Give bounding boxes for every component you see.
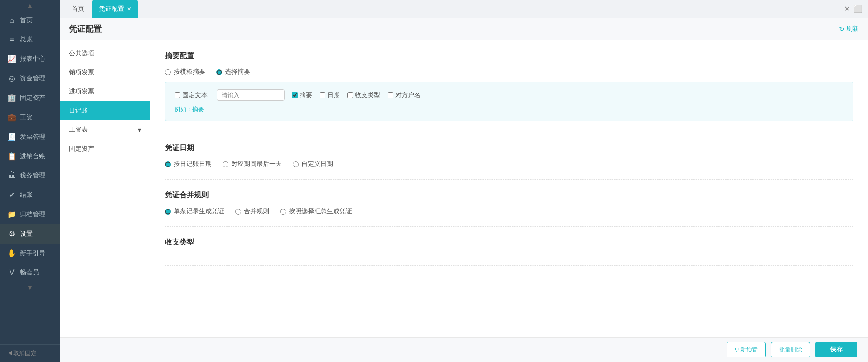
checkbox-counterpart-label: 对方户名 (395, 91, 421, 99)
radio-last-day[interactable]: 对应期间最后一天 (223, 160, 282, 168)
section-voucher-date: 凭证日期 按日记账日期 对应期间最后一天 自定义日期 (165, 143, 853, 180)
tab-close-icon[interactable]: ✕ (127, 6, 131, 12)
tab-home[interactable]: 首页 (65, 0, 91, 18)
section-merge-title: 凭证合并规则 (165, 191, 853, 200)
inner-layout: 公共选项 销项发票 进项发票 日记账 工资表 ▾ 固定资产 (60, 40, 868, 337)
checkbox-income-type-label: 收支类型 (355, 91, 380, 99)
radio-custom-date-label: 自定义日期 (301, 160, 333, 168)
radio-last-day-input[interactable] (223, 161, 228, 167)
window-close-icon[interactable]: ✕ (844, 5, 850, 13)
tab-voucher-config[interactable]: 凭证配置 ✕ (92, 0, 138, 18)
sidebar-item-report[interactable]: 📈 报表中心 (0, 49, 60, 68)
radio-merge-input[interactable] (235, 209, 241, 215)
archive-icon: 📁 (7, 210, 16, 219)
sidebar-item-settings[interactable]: ⚙ 设置 (0, 224, 60, 244)
radio-summary-generate-input[interactable] (280, 209, 286, 215)
settings-icon: ⚙ (7, 230, 16, 238)
update-preview-button[interactable]: 更新预置 (727, 342, 766, 357)
nav-item-fixed-assets[interactable]: 固定资产 (60, 139, 150, 158)
radio-by-journal-date[interactable]: 按日记账日期 (165, 160, 212, 168)
page-title: 凭证配置 (69, 24, 102, 34)
nav-item-public[interactable]: 公共选项 (60, 44, 150, 63)
sidebar-item-label: 发票管理 (20, 133, 45, 141)
checkbox-abstract-input[interactable] (292, 92, 298, 98)
sidebar-item-guide[interactable]: ✋ 新手引导 (0, 244, 60, 263)
sidebar-item-label: 进销台账 (20, 152, 45, 161)
checkbox-abstract-label: 摘要 (300, 91, 312, 99)
sidebar-item-salary[interactable]: 💼 工资 (0, 108, 60, 127)
section-income-type-title: 收支类型 (165, 238, 853, 247)
sidebar-item-fixed-assets[interactable]: 🏢 固定资产 (0, 88, 60, 108)
sidebar-scroll-up[interactable]: ▲ (0, 0, 60, 11)
tab-bar: 首页 凭证配置 ✕ ✕ ⬜ (60, 0, 868, 18)
nav-item-sales-invoice[interactable]: 销项发票 (60, 63, 150, 82)
radio-summary-generate-label: 按照选择汇总生成凭证 (289, 207, 352, 215)
tax-icon: 🏛 (7, 171, 16, 180)
checkbox-counterpart-input[interactable] (388, 92, 393, 98)
sidebar-item-label: 资金管理 (20, 74, 45, 83)
nav-item-payroll[interactable]: 工资表 ▾ (60, 120, 150, 139)
invoice-icon: 🧾 (7, 132, 16, 141)
right-content: 摘要配置 按模板摘要 选择摘要 (150, 40, 868, 337)
section-income-type: 收支类型 (165, 238, 853, 266)
home-icon: ⌂ (7, 16, 16, 24)
content-wrapper: 凭证配置 ↻ 刷新 公共选项 销项发票 进项发票 日记账 (60, 18, 868, 362)
nav-item-purchase-invoice[interactable]: 进项发票 (60, 82, 150, 101)
funds-icon: ◎ (7, 74, 16, 83)
sidebar: ▲ ⌂ 首页 ≡ 总账 📈 报表中心 ◎ 资金管理 🏢 固定资产 💼 工资 🧾 … (0, 0, 60, 362)
checkbox-fixed-text-input[interactable] (175, 92, 180, 98)
sidebar-item-ledger[interactable]: ≡ 总账 (0, 30, 60, 49)
summary-radio-group: 按模板摘要 选择摘要 (165, 68, 853, 76)
fixed-text-input[interactable] (217, 89, 285, 101)
sidebar-unpin-footer[interactable]: ◀取消固定 (0, 344, 60, 362)
radio-summary-generate[interactable]: 按照选择汇总生成凭证 (280, 207, 352, 215)
radio-merge[interactable]: 合并规则 (235, 207, 269, 215)
sidebar-item-vip[interactable]: V 畅会员 (0, 263, 60, 282)
save-button[interactable]: 保存 (815, 342, 857, 357)
checkbox-counterpart[interactable]: 对方户名 (388, 91, 421, 99)
sidebar-item-archive[interactable]: 📁 归档管理 (0, 205, 60, 224)
refresh-button[interactable]: ↻ 刷新 (839, 25, 859, 33)
sidebar-item-purchase-sales[interactable]: 📋 进销台账 (0, 147, 60, 166)
tab-voucher-config-label: 凭证配置 (99, 5, 124, 13)
checkbox-abstract[interactable]: 摘要 (292, 91, 312, 99)
sidebar-item-tax[interactable]: 🏛 税务管理 (0, 166, 60, 185)
vip-icon: V (7, 269, 16, 277)
radio-by-journal-date-input[interactable] (165, 161, 171, 167)
nav-item-label: 进项发票 (69, 88, 94, 96)
radio-template-input[interactable] (165, 69, 171, 75)
checkbox-income-type-input[interactable] (347, 92, 353, 98)
report-icon: 📈 (7, 54, 16, 63)
sidebar-item-checkout[interactable]: ✔ 结账 (0, 185, 60, 205)
sidebar-item-invoice[interactable]: 🧾 发票管理 (0, 127, 60, 147)
checkbox-income-type[interactable]: 收支类型 (347, 91, 380, 99)
section-voucher-date-title: 凭证日期 (165, 143, 853, 153)
section-summary-title: 摘要配置 (165, 51, 853, 61)
nav-item-label: 工资表 (69, 126, 88, 134)
radio-single-record-input[interactable] (165, 209, 171, 215)
nav-item-label: 固定资产 (69, 145, 94, 153)
radio-single-record[interactable]: 单条记录生成凭证 (165, 207, 224, 215)
radio-select-summary[interactable]: 选择摘要 (216, 68, 250, 76)
refresh-label: 刷新 (846, 25, 859, 33)
radio-custom-date-input[interactable] (293, 161, 299, 167)
checkbox-fixed-text[interactable]: 固定文本 (175, 91, 208, 99)
window-maximize-icon[interactable]: ⬜ (853, 5, 863, 13)
nav-item-journal[interactable]: 日记账 (60, 101, 150, 120)
window-controls: ✕ ⬜ (844, 5, 863, 13)
checkbox-date-input[interactable] (320, 92, 325, 98)
sidebar-item-funds[interactable]: ◎ 资金管理 (0, 68, 60, 88)
sidebar-scroll-down[interactable]: ▼ (0, 282, 60, 293)
batch-delete-button[interactable]: 批量删除 (771, 342, 810, 357)
chevron-down-icon: ▾ (138, 126, 141, 133)
sidebar-item-label: 税务管理 (20, 171, 45, 180)
sidebar-item-home[interactable]: ⌂ 首页 (0, 11, 60, 30)
voucher-date-radio-group: 按日记账日期 对应期间最后一天 自定义日期 (165, 160, 853, 168)
radio-select-input[interactable] (216, 69, 222, 75)
radio-template-summary[interactable]: 按模板摘要 (165, 68, 205, 76)
checkbox-date[interactable]: 日期 (320, 91, 340, 99)
radio-custom-date[interactable]: 自定义日期 (293, 160, 333, 168)
sidebar-item-label: 工资 (20, 113, 33, 122)
nav-item-label: 日记账 (69, 107, 88, 115)
radio-template-label: 按模板摘要 (174, 68, 205, 76)
